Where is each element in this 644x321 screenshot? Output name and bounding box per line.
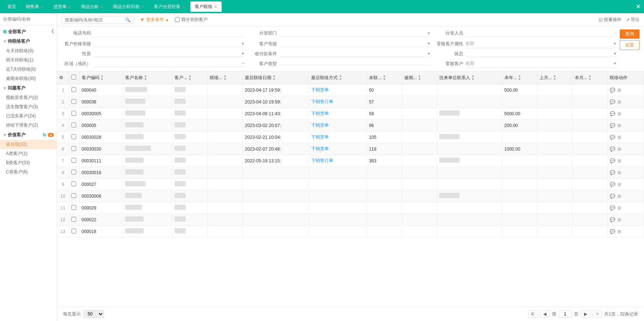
sidebar-search-input[interactable] xyxy=(3,17,57,22)
message-icon[interactable]: 💬 xyxy=(610,170,615,175)
sidebar-all-customers[interactable]: ⊞ 全部客户 《 xyxy=(0,25,57,36)
message-icon[interactable]: 💬 xyxy=(610,182,615,187)
price-grade-select[interactable]: ▼ xyxy=(93,40,244,47)
sort-type-icon[interactable]: ▲▼ xyxy=(188,74,191,81)
last-method-link[interactable]: 下销货单 xyxy=(311,146,329,151)
sidebar-item-ungrouped[interactable]: 未分组(32) xyxy=(0,140,57,149)
tab-purchase[interactable]: 进货单 ✕ xyxy=(49,1,76,12)
sidebar-group-value[interactable]: ▼ 价值客户 ↻ ● xyxy=(0,130,57,140)
select-all-checkbox[interactable] xyxy=(71,75,76,80)
sidebar-item-today-pending[interactable]: 今天待联络(0) xyxy=(0,46,57,56)
sort-code-icon[interactable]: ▲▼ xyxy=(101,74,104,81)
row-checkbox[interactable] xyxy=(71,205,76,210)
message-icon[interactable]: 💬 xyxy=(610,158,615,163)
tab-customer-contact[interactable]: 客户联络 ✕ xyxy=(190,1,222,12)
row-checkbox[interactable] xyxy=(71,146,76,151)
tab-customer-segment[interactable]: 客户分层经客 ✕ xyxy=(149,1,190,12)
reset-button[interactable]: 设置 xyxy=(620,40,640,50)
toolbar-search-icon[interactable]: 🔍 xyxy=(125,17,131,22)
current-page-input[interactable] xyxy=(559,310,572,318)
search-input[interactable] xyxy=(65,17,124,22)
message-icon[interactable]: 💬 xyxy=(610,194,615,199)
last-method-link[interactable]: 下销货单 xyxy=(311,87,329,92)
sidebar-collapse-button[interactable]: 《 xyxy=(49,28,54,35)
grid-action-icon[interactable]: ⊞ xyxy=(617,123,621,128)
sidebar-item-class-a[interactable]: A类客户(1) xyxy=(0,149,57,158)
message-icon[interactable]: 💬 xyxy=(610,88,615,93)
message-icon[interactable]: 💬 xyxy=(610,99,615,105)
row-checkbox[interactable] xyxy=(71,134,76,139)
grid-action-icon[interactable]: ⊞ xyxy=(617,147,621,152)
sort-last-month-icon[interactable]: ▲▼ xyxy=(553,74,556,81)
grid-action-icon[interactable]: ⊞ xyxy=(617,158,621,163)
message-icon[interactable]: 💬 xyxy=(610,135,615,140)
next-page-button[interactable]: ▶ xyxy=(581,310,591,318)
tab-sales[interactable]: 销售单 ✕ xyxy=(21,1,48,12)
sidebar-item-overdue-contact[interactable]: 逾期未联络(30) xyxy=(0,74,57,83)
row-checkbox[interactable] xyxy=(71,99,76,104)
page-size-select[interactable]: 50 100 xyxy=(84,310,104,318)
close-customer-segment-tab-icon[interactable]: ✕ xyxy=(182,4,185,9)
first-page-button[interactable]: K xyxy=(528,310,538,318)
grid-action-icon[interactable]: ⊞ xyxy=(617,99,621,105)
message-icon[interactable]: 💬 xyxy=(610,217,615,222)
grid-action-icon[interactable]: ⊞ xyxy=(617,229,621,234)
retail-attr-select[interactable]: 全部 ▼ xyxy=(465,39,617,48)
export-button[interactable]: ↗ 导出 xyxy=(626,17,640,23)
close-customer-contact-tab-icon[interactable]: ✕ xyxy=(214,4,217,9)
sidebar-item-churned[interactable]: 已流失客户(24) xyxy=(0,112,57,121)
close-product-analysis-list-tab-icon[interactable]: ✕ xyxy=(141,4,144,9)
message-icon[interactable]: 💬 xyxy=(610,205,615,211)
query-button[interactable]: 查询 xyxy=(620,29,640,39)
sidebar-item-churn-warning[interactable]: 流失预警客户(3) xyxy=(0,102,57,112)
sidebar-item-7days-pending[interactable]: 近7天待联络(0) xyxy=(0,65,57,74)
message-icon[interactable]: 💬 xyxy=(610,229,615,234)
grid-action-icon[interactable]: ⊞ xyxy=(617,217,621,222)
close-all-tabs-button[interactable]: ✕ xyxy=(636,3,641,11)
last-method-link[interactable]: 下销售订单 xyxy=(311,158,333,163)
sort-uncontacted-icon[interactable]: ▲▼ xyxy=(383,74,386,81)
last-method-link[interactable]: 下销售订单 xyxy=(311,99,333,104)
last-method-link[interactable]: 下销货单 xyxy=(311,134,329,140)
grid-action-icon[interactable]: ⊞ xyxy=(617,182,621,187)
my-customers-checkbox[interactable] xyxy=(175,17,180,22)
message-icon[interactable]: 💬 xyxy=(610,123,615,128)
sort-year-icon[interactable]: ▲▼ xyxy=(518,74,521,81)
sidebar-item-declining[interactable]: 持续下滑客户(2) xyxy=(0,121,57,130)
grid-action-icon[interactable]: ⊞ xyxy=(617,170,621,175)
refresh-icon[interactable]: ↻ xyxy=(43,133,46,138)
close-purchase-tab-icon[interactable]: ✕ xyxy=(68,4,71,9)
grid-action-icon[interactable]: ⊞ xyxy=(617,88,621,93)
row-checkbox[interactable] xyxy=(71,170,76,174)
tab-product-analysis-list[interactable]: 商品分析列表 ✕ xyxy=(109,1,149,12)
grid-action-icon[interactable]: ⊞ xyxy=(617,194,621,199)
sort-this-month-icon[interactable]: ▲▼ xyxy=(588,74,592,81)
tab-product-analysis[interactable]: 商品分析 ✕ xyxy=(77,1,108,12)
grid-action-icon[interactable]: ⊞ xyxy=(617,135,621,140)
dept-select[interactable]: ▼ xyxy=(279,30,430,37)
customer-grade-select[interactable]: ▼ xyxy=(279,40,430,47)
customer-type-select[interactable] xyxy=(279,63,430,65)
grid-action-icon[interactable]: ⊞ xyxy=(617,205,621,211)
row-checkbox[interactable] xyxy=(71,87,76,92)
retail-customer-select[interactable]: 全部 ▼ xyxy=(465,59,617,68)
row-checkbox[interactable] xyxy=(71,217,76,222)
sort-date-icon[interactable]: ▲▼ xyxy=(272,74,276,81)
close-sales-tab-icon[interactable]: ✕ xyxy=(41,4,44,9)
manager-select[interactable]: ··· xyxy=(465,30,617,37)
batch-operation-button[interactable]: ☑ 批量操作 xyxy=(599,17,622,23)
prev-page-button[interactable]: ◀ xyxy=(540,310,550,318)
sort-method-icon[interactable]: ▲▼ xyxy=(339,74,342,81)
row-checkbox[interactable] xyxy=(71,181,76,186)
sidebar-group-pending[interactable]: ▼ 待联络客户 xyxy=(0,36,57,46)
row-checkbox[interactable] xyxy=(71,193,76,198)
grid-action-icon[interactable]: ⊞ xyxy=(617,111,621,116)
payment-select[interactable]: ▼ xyxy=(279,50,430,57)
row-checkbox[interactable] xyxy=(71,123,76,127)
message-icon[interactable]: 💬 xyxy=(610,147,615,152)
sort-unit-icon[interactable]: ▲▼ xyxy=(471,74,475,81)
last-page-button[interactable]: > xyxy=(593,310,602,318)
settings-icon[interactable]: ⚙ xyxy=(59,75,63,80)
phone-input[interactable] xyxy=(93,29,244,37)
row-checkbox[interactable] xyxy=(71,229,76,233)
